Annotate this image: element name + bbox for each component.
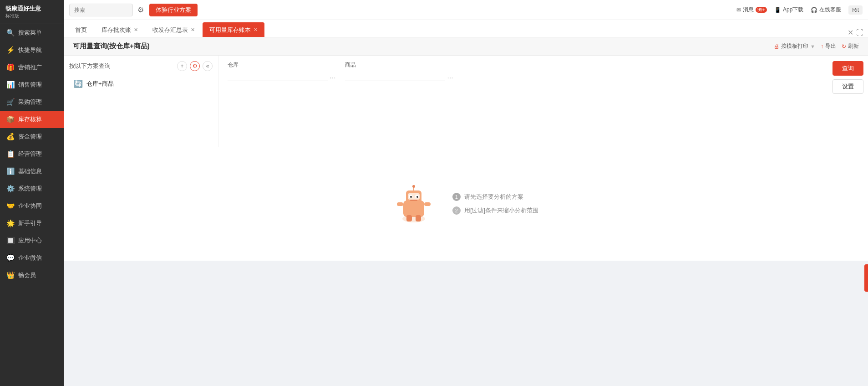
add-scheme-btn[interactable]: + [177, 61, 187, 71]
sidebar-item-sales[interactable]: 📊 销售管理 [0, 76, 64, 93]
service-label: 在线客服 [819, 6, 841, 14]
headset-icon: 🎧 [811, 7, 817, 13]
svg-rect-8 [410, 200, 417, 201]
print-btn[interactable]: 🖨 按模板打印 ▼ [774, 42, 815, 50]
sidebar-label-newbie: 新手引导 [18, 219, 42, 227]
export-btn[interactable]: ↑ 导出 [821, 42, 836, 50]
sidebar-label-operations: 经营管理 [18, 150, 42, 158]
sidebar-item-member[interactable]: 👑 畅会员 [0, 267, 64, 284]
sidebar-label-basic: 基础信息 [18, 167, 42, 175]
sidebar-item-appcenter[interactable]: 🔲 应用中心 [0, 232, 64, 249]
query-left: 按以下方案查询 + ⚙ « 🔄 仓库+商品 [64, 56, 218, 147]
collapse-scheme-btn[interactable]: « [203, 61, 213, 71]
query-settings-btn[interactable]: 设置 [832, 79, 863, 94]
query-actions: 查询 设置 [828, 56, 868, 147]
purchase-icon: 🛒 [6, 98, 15, 106]
settings-scheme-btn[interactable]: ⚙ [190, 61, 200, 71]
scheme-item-label: 仓库+商品 [86, 80, 114, 88]
product-input-group: … [345, 71, 453, 81]
page-header-actions: 🖨 按模板打印 ▼ ↑ 导出 ↻ 刷新 [774, 42, 859, 50]
industry-btn[interactable]: 体验行业方案 [149, 4, 198, 16]
sidebar-label-enterprise: 企业协同 [18, 202, 42, 210]
warehouse-label: 仓库 [228, 61, 336, 69]
tab-expand-icon[interactable]: ⛶ [856, 29, 863, 37]
user-avatar[interactable]: Rit [848, 5, 863, 15]
sidebar-label-quicknav: 快捷导航 [18, 46, 42, 54]
tab-summary-close[interactable]: ✕ [191, 27, 195, 33]
service-btn[interactable]: 🎧 在线客服 [811, 6, 841, 14]
empty-tips: 1 请先选择要分析的方案 2 用[过滤]条件来缩小分析范围 [452, 193, 538, 215]
member-icon: 👑 [6, 271, 15, 279]
tab-available[interactable]: 可用量库存账本 ✕ [203, 22, 264, 37]
finance-icon: 💰 [6, 133, 15, 141]
message-btn[interactable]: ✉ 消息 99+ [736, 6, 767, 14]
print-label: 按模板打印 [781, 42, 808, 50]
sidebar-item-newbie[interactable]: 🌟 新手引导 [0, 215, 64, 232]
topbar-search-area: ⚙ [69, 4, 146, 16]
empty-robot-illustration [393, 183, 434, 224]
marketing-icon: 🎁 [6, 63, 15, 72]
app-name: 畅康通好生意 [5, 5, 58, 13]
sidebar-item-finance[interactable]: 💰 资金管理 [0, 128, 64, 145]
print-dropdown-icon[interactable]: ▼ [810, 44, 815, 49]
sidebar-scroll: 🔍 搜索菜单 ⚡ 快捷导航 🎁 营销推广 📊 销售管理 🛒 采购管理 📦 库存核… [0, 24, 64, 386]
product-field: 商品 … [345, 61, 453, 81]
sidebar-item-operations[interactable]: 📋 经营管理 [0, 145, 64, 163]
sidebar-item-search[interactable]: 🔍 搜索菜单 [0, 24, 64, 41]
page-header: 可用量查询(按仓库+商品) 🖨 按模板打印 ▼ ↑ 导出 ↻ 刷新 [64, 37, 868, 56]
sidebar-label-marketing: 营销推广 [18, 63, 42, 72]
topbar-search-input[interactable] [69, 4, 133, 16]
sidebar-label-finance: 资金管理 [18, 133, 42, 141]
tab-close-all-icon[interactable]: ✕ [848, 28, 853, 37]
product-more-btn[interactable]: … [447, 72, 453, 80]
empty-tip-2: 2 用[过滤]条件来缩小分析范围 [452, 206, 538, 215]
tip-num-2: 2 [452, 206, 461, 215]
sidebar-item-inventory[interactable]: 📦 库存核算 [0, 111, 64, 128]
tip-text-1: 请先选择要分析的方案 [464, 193, 523, 201]
tab-batch[interactable]: 库存批次账 ✕ [95, 22, 145, 37]
sidebar-label-purchase: 采购管理 [18, 98, 42, 106]
sidebar-item-quicknav[interactable]: ⚡ 快捷导航 [0, 41, 64, 59]
sidebar-item-purchase[interactable]: 🛒 采购管理 [0, 93, 64, 111]
tab-available-close[interactable]: ✕ [254, 27, 258, 33]
warehouse-input[interactable] [228, 71, 328, 81]
tip-num-1: 1 [452, 193, 461, 201]
sidebar-label-member: 畅会员 [18, 271, 36, 279]
scheme-item-warehouse[interactable]: 🔄 仓库+商品 [69, 76, 213, 92]
tabs-bar: 首页 库存批次账 ✕ 收发存汇总表 ✕ 可用量库存账本 ✕ ✕ ⛶ [64, 20, 868, 37]
tab-batch-close[interactable]: ✕ [134, 27, 138, 33]
app-download-btn[interactable]: 📱 App下载 [774, 6, 803, 14]
svg-rect-10 [424, 202, 431, 206]
sidebar-item-system[interactable]: ⚙️ 系统管理 [0, 180, 64, 197]
tab-home[interactable]: 首页 [68, 22, 94, 37]
empty-tip-1: 1 请先选择要分析的方案 [452, 193, 538, 201]
query-right-area: 仓库 … 商品 … [218, 56, 868, 147]
query-submit-btn[interactable]: 查询 [832, 61, 863, 76]
tab-summary[interactable]: 收发存汇总表 ✕ [146, 22, 202, 37]
sidebar-item-basic[interactable]: ℹ️ 基础信息 [0, 163, 64, 180]
message-label: 消息 [743, 6, 754, 14]
tab-available-label: 可用量库存账本 [209, 26, 251, 34]
refresh-icon: ↻ [842, 43, 846, 50]
refresh-btn[interactable]: ↻ 刷新 [842, 42, 859, 50]
sidebar-item-marketing[interactable]: 🎁 营销推广 [0, 59, 64, 76]
operations-icon: 📋 [6, 150, 15, 158]
appcenter-icon: 🔲 [6, 237, 15, 245]
tab-batch-label: 库存批次账 [102, 26, 131, 34]
warehouse-more-btn[interactable]: … [330, 72, 336, 80]
query-left-header: 按以下方案查询 + ⚙ « [69, 61, 213, 71]
quick-nav-icon: ⚡ [6, 46, 15, 54]
query-fields-row: 仓库 … 商品 … [228, 61, 819, 81]
svg-rect-9 [397, 202, 403, 206]
page-content: 可用量查询(按仓库+商品) 🖨 按模板打印 ▼ ↑ 导出 ↻ 刷新 [64, 37, 868, 386]
svg-point-14 [412, 185, 415, 188]
topbar: ⚙ 体验行业方案 ✉ 消息 99+ 📱 App下载 🎧 在线客服 Rit [64, 0, 868, 20]
product-input[interactable] [345, 71, 445, 81]
right-scroll-indicator[interactable] [864, 264, 868, 292]
main-area: ⚙ 体验行业方案 ✉ 消息 99+ 📱 App下载 🎧 在线客服 Rit 首页 [64, 0, 868, 386]
svg-point-7 [416, 196, 418, 198]
sidebar-item-enterprise[interactable]: 🤝 企业协同 [0, 197, 64, 215]
app-logo: 畅康通好生意 标准版 [0, 0, 64, 24]
settings-icon[interactable]: ⚙ [136, 4, 146, 16]
sidebar-item-wechat[interactable]: 💬 企业微信 [0, 249, 64, 267]
